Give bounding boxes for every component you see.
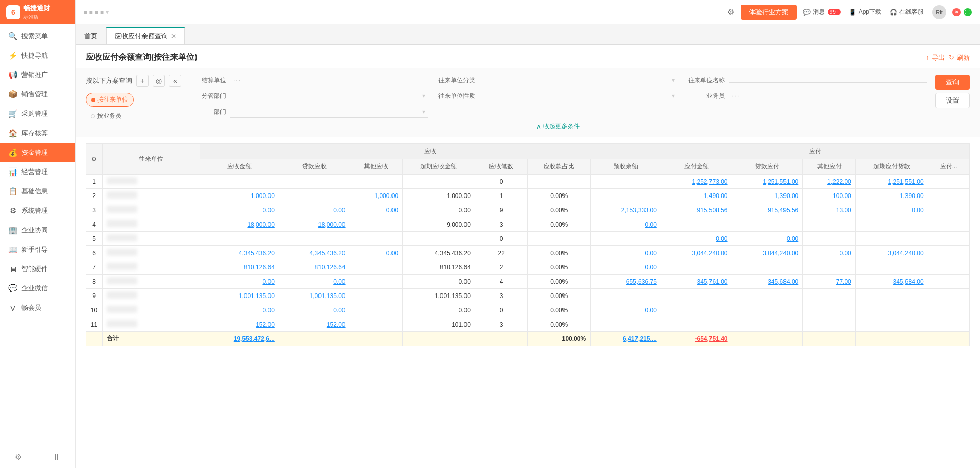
sidebar-item-采购管理[interactable]: 🛒采购管理 xyxy=(0,104,75,124)
tab-ar-query[interactable]: 应收应付余额查询 ✕ xyxy=(106,27,185,44)
table-cell[interactable]: 1,001,135.00 xyxy=(279,289,350,303)
collapse-button[interactable]: ∧ 收起更多条件 xyxy=(189,122,927,131)
table-cell[interactable]: 0.00 xyxy=(200,203,279,217)
table-settings-icon[interactable]: ⚙ xyxy=(90,156,98,163)
table-cell[interactable]: 0.00 xyxy=(279,203,350,217)
table-cell[interactable]: 152.00 xyxy=(200,317,279,332)
table-cell[interactable]: 1,000.00 xyxy=(200,189,279,203)
window-close-button[interactable]: ✕ xyxy=(952,8,961,16)
table-cell[interactable]: 0.00 xyxy=(591,303,662,317)
table-cell[interactable]: 0.00 xyxy=(591,217,662,232)
edit-scheme-button[interactable]: ◎ xyxy=(153,75,165,87)
collapse-icon[interactable]: ⏸ xyxy=(48,451,64,464)
dept-select[interactable]: ▾ xyxy=(230,106,428,118)
table-cell[interactable]: 0.00 xyxy=(803,246,856,260)
table-cell[interactable]: 1,490.00 xyxy=(661,189,732,203)
gear-icon[interactable]: ⚙ xyxy=(727,7,734,17)
notification-button[interactable]: 💬 消息 99+ xyxy=(803,8,841,16)
footer-ar-prepay[interactable]: 6,417,215.... xyxy=(591,332,662,346)
table-cell[interactable]: 0.00 xyxy=(279,275,350,289)
table-cell[interactable]: 655,636.75 xyxy=(591,275,662,289)
table-cell[interactable]: 345,684.00 xyxy=(732,275,803,289)
table-cell[interactable]: 1,001,135.00 xyxy=(200,289,279,303)
table-cell[interactable]: 1,390.00 xyxy=(732,189,803,203)
refresh-button[interactable]: ↻ 刷新 xyxy=(949,53,970,62)
dept-manager-select[interactable]: ▾ xyxy=(230,90,428,102)
window-maximize-button[interactable]: ⛶ xyxy=(964,8,972,16)
partner-name-input[interactable] xyxy=(729,78,927,83)
user-avatar[interactable]: Rit xyxy=(932,5,946,19)
table-cell[interactable]: 0.00 xyxy=(591,260,662,275)
sidebar-item-搜索菜单[interactable]: 🔍搜索菜单 xyxy=(0,27,75,46)
table-cell[interactable]: 0.00 xyxy=(350,203,403,217)
sidebar-item-企业协同[interactable]: 🏢企业协同 xyxy=(0,220,75,240)
table-cell[interactable]: 2,153,333.00 xyxy=(591,203,662,217)
tab-home[interactable]: 首页 xyxy=(76,27,106,44)
online-service-button[interactable]: 🎧 在线客服 xyxy=(890,8,924,16)
tab-close-icon[interactable]: ✕ xyxy=(171,33,176,40)
table-cell[interactable]: 0.00 xyxy=(661,232,732,246)
query-button[interactable]: 查询 xyxy=(935,75,970,90)
sidebar-item-基础信息[interactable]: 📋基础信息 xyxy=(0,182,75,201)
settlement-unit-input[interactable]: ··· xyxy=(230,75,428,86)
sidebar-item-企业微信[interactable]: 💬企业微信 xyxy=(0,279,75,298)
setting-button[interactable]: 设置 xyxy=(935,93,970,108)
salesperson-input[interactable]: ··· xyxy=(729,90,927,102)
sidebar-item-新手引导[interactable]: 📖新手引导 xyxy=(0,240,75,259)
table-cell[interactable]: 1,390.00 xyxy=(855,189,928,203)
export-button[interactable]: ↑ 导出 xyxy=(926,53,945,62)
table-cell[interactable]: 0.00 xyxy=(591,246,662,260)
table-cell[interactable]: 915,495.56 xyxy=(732,203,803,217)
table-cell[interactable]: 4,345,436.20 xyxy=(279,246,350,260)
table-cell[interactable]: 0.00 xyxy=(350,246,403,260)
partner-nature-select[interactable]: ▾ xyxy=(479,90,677,102)
footer-ap-amount[interactable]: -654,751.40 xyxy=(661,332,732,346)
sidebar-item-营销推广[interactable]: 📢营销推广 xyxy=(0,65,75,85)
sidebar-item-资金管理[interactable]: 💰资金管理 xyxy=(0,143,75,162)
table-cell[interactable]: 0.00 xyxy=(855,203,928,217)
table-cell[interactable]: 4,345,436.20 xyxy=(200,246,279,260)
table-cell[interactable]: 345,684.00 xyxy=(855,275,928,289)
footer-ar-amount[interactable]: 19,553,472,6... xyxy=(200,332,279,346)
sidebar-icon-7: 📊 xyxy=(8,167,17,177)
table-cell[interactable]: 1,251,551.00 xyxy=(855,175,928,189)
table-cell[interactable]: 915,508.56 xyxy=(661,203,732,217)
table-cell[interactable]: 810,126.64 xyxy=(200,260,279,275)
sidebar-item-库存核算[interactable]: 🏠库存核算 xyxy=(0,124,75,143)
scheme-by-partner[interactable]: 按往来单位 xyxy=(86,93,134,107)
table-cell[interactable]: 18,000.00 xyxy=(200,217,279,232)
table-cell[interactable]: 3,044,240.00 xyxy=(855,246,928,260)
table-cell[interactable]: 152.00 xyxy=(279,317,350,332)
table-cell[interactable]: 810,126.64 xyxy=(279,260,350,275)
table-cell[interactable]: 1,252,773.00 xyxy=(661,175,732,189)
sidebar-item-智能硬件[interactable]: 🖥智能硬件 xyxy=(0,259,75,279)
scheme-by-salesperson[interactable]: 按业务员 xyxy=(86,110,134,122)
table-cell[interactable]: 100.00 xyxy=(803,189,856,203)
table-cell[interactable]: 0.00 xyxy=(732,232,803,246)
table-cell[interactable]: 0.00 xyxy=(200,275,279,289)
table-cell[interactable]: 3,044,240.00 xyxy=(661,246,732,260)
table-cell[interactable]: 13.00 xyxy=(803,203,856,217)
experience-button[interactable]: 体验行业方案 xyxy=(741,5,797,20)
table-cell[interactable]: 1,222.00 xyxy=(803,175,856,189)
app-download-button[interactable]: 📱 App下载 xyxy=(849,8,881,16)
sidebar-item-畅会员[interactable]: V畅会员 xyxy=(0,298,75,317)
sidebar-item-销售管理[interactable]: 📦销售管理 xyxy=(0,85,75,104)
sidebar-icon-3: 📦 xyxy=(8,90,17,99)
table-cell[interactable]: 77.00 xyxy=(803,275,856,289)
settings-bottom-icon[interactable]: ⚙ xyxy=(11,450,26,464)
table-cell xyxy=(350,260,403,275)
table-cell[interactable]: 3,044,240.00 xyxy=(732,246,803,260)
partner-category-select[interactable]: ▾ xyxy=(479,75,677,86)
table-cell[interactable]: 345,761.00 xyxy=(661,275,732,289)
table-cell[interactable]: 0.00 xyxy=(200,303,279,317)
table-cell[interactable]: 0.00 xyxy=(279,303,350,317)
collapse-scheme-button[interactable]: « xyxy=(169,75,181,87)
table-cell[interactable]: 1,251,551.00 xyxy=(732,175,803,189)
sidebar-item-系统管理[interactable]: ⚙系统管理 xyxy=(0,201,75,220)
sidebar-item-经营管理[interactable]: 📊经营管理 xyxy=(0,162,75,182)
table-cell[interactable]: 18,000.00 xyxy=(279,217,350,232)
table-cell[interactable]: 1,000.00 xyxy=(350,189,403,203)
sidebar-item-快捷导航[interactable]: ⚡快捷导航 xyxy=(0,46,75,65)
add-scheme-button[interactable]: + xyxy=(136,75,149,87)
